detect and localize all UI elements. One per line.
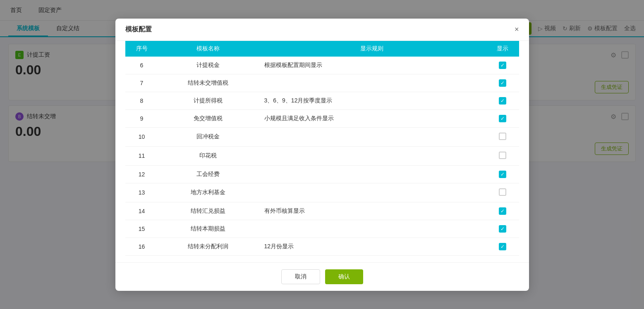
dialog-close-button[interactable]: × xyxy=(515,26,519,33)
checkbox-checked[interactable]: ✓ xyxy=(499,79,506,87)
config-table: 序号 模板名称 显示规则 显示 6计提税金根据模板配置期间显示✓7结转未交增值税… xyxy=(125,41,519,256)
table-row: 12工会经费✓ xyxy=(125,165,519,183)
checkbox-unchecked[interactable] xyxy=(499,188,506,196)
cell-checkbox[interactable] xyxy=(486,146,519,165)
cell-rule: 12月份显示 xyxy=(258,238,486,255)
cell-index: 8 xyxy=(125,92,158,109)
cell-checkbox[interactable] xyxy=(486,183,519,202)
confirm-button[interactable]: 确认 xyxy=(325,269,363,284)
checkbox-checked[interactable]: ✓ xyxy=(499,225,506,233)
checkbox-unchecked[interactable] xyxy=(499,133,506,140)
col-header-name: 模板名称 xyxy=(158,41,258,57)
col-header-index: 序号 xyxy=(125,41,158,57)
cell-name: 计提所得税 xyxy=(158,92,258,109)
cell-rule: 3、6、9、12月按季度显示 xyxy=(258,92,486,109)
cell-name: 结转未分配利润 xyxy=(158,238,258,255)
cell-index: 6 xyxy=(125,57,158,74)
cell-checkbox[interactable]: ✓ xyxy=(486,202,519,220)
cell-checkbox[interactable]: ✓ xyxy=(486,109,519,127)
table-row: 13地方水利基金 xyxy=(125,183,519,202)
cell-rule xyxy=(258,165,486,183)
cell-index: 14 xyxy=(125,202,158,220)
cell-name: 地方水利基金 xyxy=(158,183,258,202)
cell-rule: 根据模板配置期间显示 xyxy=(258,57,486,74)
cancel-button[interactable]: 取消 xyxy=(281,269,320,284)
table-row: 10回冲税金 xyxy=(125,127,519,146)
cell-rule: 小规模且满足收入条件显示 xyxy=(258,109,486,127)
checkbox-checked[interactable]: ✓ xyxy=(499,97,506,105)
table-row: 15结转本期损益✓ xyxy=(125,220,519,238)
cell-name: 免交增值税 xyxy=(158,109,258,127)
cell-index: 9 xyxy=(125,109,158,127)
cell-index: 13 xyxy=(125,183,158,202)
dialog-footer: 取消 确认 xyxy=(115,262,529,291)
checkbox-checked[interactable]: ✓ xyxy=(499,171,506,178)
checkbox-checked[interactable]: ✓ xyxy=(499,207,506,215)
cell-checkbox[interactable]: ✓ xyxy=(486,57,519,74)
dialog-title: 模板配置 xyxy=(125,25,152,34)
cell-checkbox[interactable]: ✓ xyxy=(486,238,519,255)
cell-name: 印花税 xyxy=(158,146,258,165)
cell-name: 结转汇兑损益 xyxy=(158,202,258,220)
table-row: 11印花税 xyxy=(125,146,519,165)
checkbox-unchecked[interactable] xyxy=(499,152,506,159)
cell-index: 16 xyxy=(125,238,158,255)
dialog-body: 序号 模板名称 显示规则 显示 6计提税金根据模板配置期间显示✓7结转未交增值税… xyxy=(115,41,529,262)
checkbox-checked[interactable]: ✓ xyxy=(499,115,506,122)
checkbox-checked[interactable]: ✓ xyxy=(499,62,506,69)
modal-overlay: 模板配置 × 序号 模板名称 显示规则 显示 6计提税金根据模板配置期间显示✓7… xyxy=(0,0,644,309)
col-header-display: 显示 xyxy=(486,41,519,57)
table-row: 8计提所得税3、6、9、12月按季度显示✓ xyxy=(125,92,519,109)
table-row: 7结转未交增值税✓ xyxy=(125,74,519,92)
template-config-dialog: 模板配置 × 序号 模板名称 显示规则 显示 6计提税金根据模板配置期间显示✓7… xyxy=(115,19,529,291)
dialog-header: 模板配置 × xyxy=(115,19,529,41)
cell-name: 计提税金 xyxy=(158,57,258,74)
cell-rule: 有外币核算显示 xyxy=(258,202,486,220)
cell-name: 结转本期损益 xyxy=(158,220,258,238)
cell-name: 结转未交增值税 xyxy=(158,74,258,92)
cell-name: 回冲税金 xyxy=(158,127,258,146)
table-row: 14结转汇兑损益有外币核算显示✓ xyxy=(125,202,519,220)
cell-index: 15 xyxy=(125,220,158,238)
table-row: 9免交增值税小规模且满足收入条件显示✓ xyxy=(125,109,519,127)
cell-rule xyxy=(258,146,486,165)
cell-checkbox[interactable]: ✓ xyxy=(486,220,519,238)
cell-index: 12 xyxy=(125,165,158,183)
cell-rule xyxy=(258,220,486,238)
cell-checkbox[interactable] xyxy=(486,127,519,146)
table-row: 16结转未分配利润12月份显示✓ xyxy=(125,238,519,255)
cell-name: 工会经费 xyxy=(158,165,258,183)
cell-rule xyxy=(258,183,486,202)
cell-index: 11 xyxy=(125,146,158,165)
cell-checkbox[interactable]: ✓ xyxy=(486,74,519,92)
cell-index: 7 xyxy=(125,74,158,92)
cell-rule xyxy=(258,127,486,146)
cell-checkbox[interactable]: ✓ xyxy=(486,165,519,183)
cell-rule xyxy=(258,74,486,92)
col-header-rule: 显示规则 xyxy=(258,41,486,57)
cell-checkbox[interactable]: ✓ xyxy=(486,92,519,109)
table-row: 6计提税金根据模板配置期间显示✓ xyxy=(125,57,519,74)
cell-index: 10 xyxy=(125,127,158,146)
checkbox-checked[interactable]: ✓ xyxy=(499,243,506,250)
